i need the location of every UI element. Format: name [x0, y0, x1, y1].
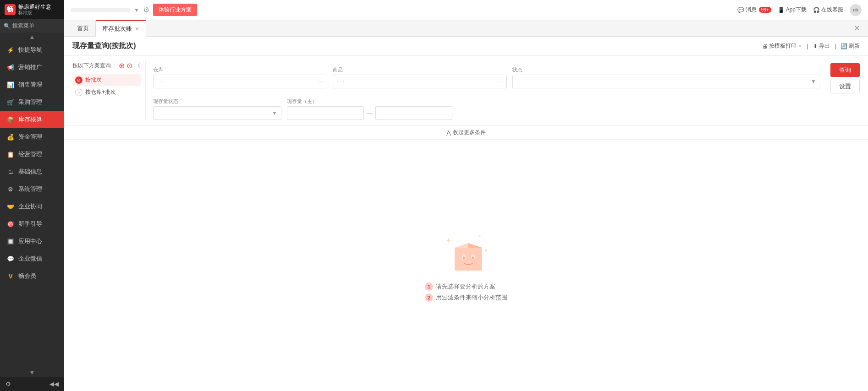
sidebar-item-operation[interactable]: 📋 经营管理	[0, 146, 64, 163]
collapse-schemes-icon[interactable]: 《	[134, 62, 141, 70]
inventory-status-dropdown-icon: ▼	[272, 110, 277, 116]
sidebar-item-appstore[interactable]: 🔲 应用中心	[0, 233, 64, 250]
scheme-item-warehouse-batch[interactable]: ○ 按仓库+批次	[72, 86, 141, 98]
query-btn[interactable]: 查询	[830, 63, 860, 77]
app-brand: 畅康通好生意 标准版	[18, 4, 51, 16]
settings-footer-icon[interactable]: ⚙	[5, 380, 11, 387]
collapse-sidebar-icon[interactable]: ◀◀	[49, 380, 59, 387]
empty-hints: 1 请先选择要分析的方案 2 用过滤条件来缩小分析范围	[425, 282, 507, 302]
chevron-up-icon: ⋀	[446, 130, 451, 136]
sidebar-item-sales[interactable]: 📊 销售管理	[0, 76, 64, 93]
empty-hint-1: 1 请先选择要分析的方案	[425, 282, 507, 291]
sidebar-item-vip[interactable]: V 畅会员	[0, 267, 64, 285]
sidebar-item-label: 销售管理	[18, 81, 42, 89]
sales-icon: 📊	[6, 81, 15, 89]
tab-panel-close: ✕	[850, 24, 862, 33]
sidebar-item-label: 资金管理	[18, 133, 42, 141]
experience-btn[interactable]: 体验行业方案	[153, 4, 197, 16]
wechat-icon: 💬	[6, 255, 15, 263]
content-area: 现存量查询(按批次) 🖨 按模板打印 ▼ | ⬆ 导出 | 🔄 刷新	[64, 37, 868, 391]
settings-scheme-icon[interactable]: ⊙	[126, 61, 132, 70]
schemes-actions: ⊕ ⊙ 《	[119, 61, 141, 70]
status-select[interactable]: ▼	[512, 75, 820, 88]
messages-btn[interactable]: 💬 消息 99+	[737, 6, 771, 14]
qty-min-input[interactable]	[287, 106, 364, 120]
sidebar-item-label: 经营管理	[18, 150, 42, 158]
filter-body: 按以下方案查询 ⊕ ⊙ 《 ⊙ 按批次 ○ 按仓库+批次	[64, 56, 868, 125]
inventory-icon: 📦	[6, 115, 15, 124]
message-icon: 💬	[737, 7, 744, 13]
vip-icon: V	[6, 272, 15, 280]
sidebar-item-system[interactable]: ⚙ 系统管理	[0, 180, 64, 198]
online-service-label: 在线客服	[821, 6, 843, 14]
quick-nav-icon: ⚡	[6, 46, 15, 54]
phone-icon: 📱	[778, 7, 785, 13]
scroll-up-btn[interactable]: ▲	[0, 33, 64, 41]
online-service-btn[interactable]: 🎧 在线客服	[813, 6, 843, 14]
print-btn[interactable]: 🖨 按模板打印 ▼	[762, 42, 802, 50]
sidebar-item-enterprise[interactable]: 🤝 企业协同	[0, 198, 64, 215]
app-download-btn[interactable]: 📱 App下载	[778, 6, 807, 14]
page-title: 现存量查询(按批次)	[72, 41, 136, 51]
topbar-right: 💬 消息 99+ 📱 App下载 🎧 在线客服 Rit	[737, 4, 862, 16]
schemes-header: 按以下方案查询 ⊕ ⊙ 《	[72, 61, 141, 70]
sidebar-item-quick-nav[interactable]: ⚡ 快捷导航	[0, 41, 64, 59]
sidebar-item-label: 库存核算	[18, 115, 42, 124]
collapse-more-btn[interactable]: ⋀ 收起更多条件	[64, 125, 868, 139]
tab-home-label: 首页	[77, 24, 89, 33]
sidebar-item-newbie[interactable]: 🎯 新手引导	[0, 215, 64, 233]
collapse-more-label: 收起更多条件	[453, 129, 486, 136]
refresh-btn[interactable]: 🔄 刷新	[841, 42, 860, 50]
page-actions: 🖨 按模板打印 ▼ | ⬆ 导出 | 🔄 刷新	[762, 42, 860, 50]
dropdown-icon[interactable]: ▼	[134, 7, 139, 13]
filter-actions: 查询 设置	[826, 61, 860, 93]
export-btn[interactable]: ⬆ 导出	[813, 42, 830, 50]
sidebar-item-inventory[interactable]: 📦 库存核算	[0, 111, 64, 128]
tabbar: 首页 库存批次账 ✕ ✕	[64, 20, 868, 37]
topbar-search-box[interactable]	[71, 8, 130, 12]
inventory-status-select[interactable]: ▼	[153, 106, 281, 120]
empty-hint-2: 2 用过滤条件来缩小分析范围	[425, 293, 507, 302]
warehouse-input[interactable]: ··· ···	[153, 75, 327, 88]
sidebar-item-wechat[interactable]: 💬 企业微信	[0, 250, 64, 267]
sidebar-item-label: 应用中心	[18, 237, 42, 245]
tab-inventory-batch[interactable]: 库存批次账 ✕	[96, 20, 146, 37]
product-input[interactable]: ··· ···	[333, 75, 507, 88]
settings-btn[interactable]: 设置	[830, 80, 860, 93]
svg-point-5	[463, 256, 465, 259]
svg-point-6	[472, 256, 474, 259]
inventory-status-filter: 现存量状态 ▼	[153, 98, 281, 120]
sidebar-item-label: 企业协同	[18, 202, 42, 211]
print-label: 按模板打印	[769, 42, 797, 50]
sidebar-nav: ⚡ 快捷导航 📢 营销推广 📊 销售管理 🛒 采购管理 📦 库存核算 💰 资金管…	[0, 41, 64, 368]
add-scheme-icon[interactable]: ⊕	[119, 61, 125, 70]
scroll-down-btn[interactable]: ▼	[0, 368, 64, 377]
messages-label: 消息	[746, 6, 757, 14]
appstore-icon: 🔲	[6, 237, 15, 245]
tab-home[interactable]: 首页	[71, 20, 96, 37]
search-menu[interactable]: 🔍 搜索菜单	[0, 19, 64, 33]
svg-text:✦: ✦	[445, 237, 451, 244]
print-dropdown-icon[interactable]: ▼	[798, 43, 802, 49]
svg-rect-0	[455, 248, 482, 271]
settings-icon[interactable]: ⚙	[143, 5, 149, 14]
sidebar-item-label: 畅会员	[18, 272, 36, 280]
scheme-active-dot: ⊙	[75, 76, 82, 84]
user-area[interactable]: Rit	[850, 4, 862, 16]
tab-close-btn[interactable]: ✕	[135, 26, 139, 32]
qty-max-input[interactable]	[375, 106, 452, 120]
close-panel-icon[interactable]: ✕	[854, 24, 860, 33]
refresh-icon: 🔄	[841, 43, 847, 49]
operation-icon: 📋	[6, 150, 15, 158]
sidebar-item-finance[interactable]: 💰 资金管理	[0, 128, 64, 146]
product-label: 商品	[333, 66, 507, 73]
filter-row-1: 仓库 ··· ··· 商品 ··· ···	[153, 61, 860, 93]
topbar-left: ▼ ⚙ 体验行业方案	[71, 4, 197, 16]
sidebar-item-marketing[interactable]: 📢 营销推广	[0, 59, 64, 76]
scheme-item-batch[interactable]: ⊙ 按批次	[72, 74, 141, 86]
sidebar-item-basic[interactable]: 🗂 基础信息	[0, 163, 64, 180]
inventory-status-label: 现存量状态	[153, 98, 281, 105]
search-icon: 🔍	[4, 23, 11, 29]
sidebar-item-purchase[interactable]: 🛒 采购管理	[0, 93, 64, 111]
product-more-icon: ···	[498, 78, 503, 85]
